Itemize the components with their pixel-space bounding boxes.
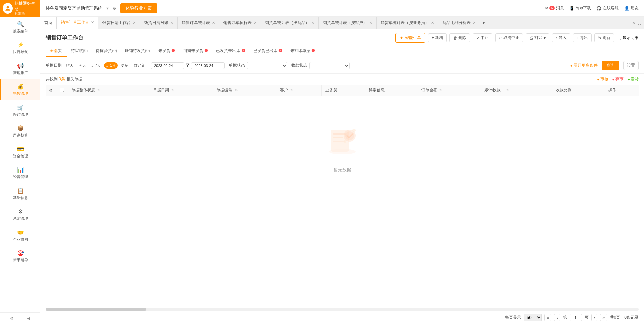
tab-sales-stat[interactable]: 销售订单统计表 ✕ <box>178 17 219 29</box>
gear-settings[interactable]: ⚙ <box>113 6 116 11</box>
ship-action[interactable]: ● 发货 <box>628 76 639 82</box>
print-dropdown[interactable]: ▾ <box>544 36 546 40</box>
import-btn[interactable]: ↑ 导入 <box>552 33 570 42</box>
smart-order-btn[interactable]: ★ 智能生单 <box>395 33 425 43</box>
date-yesterday[interactable]: 昨天 <box>64 62 75 69</box>
date-from-input[interactable] <box>151 62 184 69</box>
current-page-input[interactable] <box>570 314 582 321</box>
sidebar-item-search[interactable]: 🔍 搜索菜单 <box>0 17 40 38</box>
settings-btn[interactable]: 设置 <box>623 61 639 70</box>
online-service-btn[interactable]: 🎧 在线客服 <box>596 5 619 11</box>
abort-btn[interactable]: ⊘ 中止 <box>473 33 492 42</box>
cancel-review-action[interactable]: ● 弃审 <box>612 76 624 82</box>
inventory-icon: 📦 <box>17 125 24 131</box>
tab-close-all[interactable]: ✕ <box>632 21 635 25</box>
filter-tab-overdue-not-shipped[interactable]: 到期未发货 ❶ <box>179 45 212 57</box>
cancel-abort-btn[interactable]: ↩ 取消中止 <box>495 33 523 42</box>
per-page-select[interactable]: 50 10 20 100 <box>524 314 542 321</box>
next-page-btn[interactable]: › <box>591 314 597 321</box>
tab-sales-summary-customer[interactable]: 销货单统计表（按客户） ✕ <box>319 17 377 29</box>
prev-page-btn[interactable]: ‹ <box>554 314 560 321</box>
sidebar-item-enterprise[interactable]: 🤝 企业协同 <box>0 225 40 246</box>
tab-margin-analysis[interactable]: 商品毛利分析表 ✕ <box>438 17 480 29</box>
sort-status[interactable]: ⇅ <box>97 88 100 92</box>
tab-sales-exec[interactable]: 销售订单执行表 ✕ <box>219 17 261 29</box>
collapse-icon[interactable]: ◀ <box>27 316 30 321</box>
payment-select[interactable] <box>309 62 350 69</box>
add-btn[interactable]: + 新增 <box>428 33 447 42</box>
message-btn[interactable]: ✉ 6 消息 <box>545 5 564 11</box>
close-sales-exec[interactable]: ✕ <box>254 21 257 25</box>
sort-number[interactable]: ⇅ <box>235 88 238 92</box>
sidebar-item-basic-info[interactable]: 📋 基础信息 <box>0 184 40 204</box>
filter-tab-pending-review[interactable]: 待审核(0) <box>67 45 92 57</box>
col-checkbox[interactable] <box>56 85 68 96</box>
col-settings[interactable]: ⚙ <box>46 85 56 96</box>
review-action[interactable]: ● 审核 <box>597 76 608 82</box>
first-page-btn[interactable]: « <box>544 314 551 321</box>
date-7days[interactable]: 近7天 <box>89 62 103 69</box>
filter-tab-shipped-not-out[interactable]: 已发货未出库 ❶ <box>212 45 249 57</box>
select-all-checkbox[interactable] <box>60 88 64 92</box>
settings-icon[interactable]: ⚙ <box>10 316 14 321</box>
date-today[interactable]: 今天 <box>77 62 88 69</box>
refresh-btn[interactable]: ↻ 刷新 <box>594 33 614 42</box>
tab-cash-daily[interactable]: 钱货日清工作台 ✕ <box>98 17 140 29</box>
filter-tab-not-shipped[interactable]: 未发货 ❶ <box>154 45 179 57</box>
sidebar-item-guide[interactable]: 🎯 新手引导 <box>0 246 40 267</box>
close-sales-stat[interactable]: ✕ <box>212 21 215 25</box>
close-sales-summary-customer[interactable]: ✕ <box>369 21 372 25</box>
sort-collected[interactable]: ⇅ <box>506 88 509 92</box>
close-sales-workbench[interactable]: ✕ <box>91 20 94 25</box>
expand-conditions-btn[interactable]: ▾ 展开更多条件 <box>570 63 598 68</box>
sidebar-item-sales[interactable]: 💰 销售管理 <box>0 79 40 100</box>
export-btn[interactable]: ↓ 导出 <box>573 33 592 42</box>
sidebar-item-purchase[interactable]: 🛒 采购管理 <box>0 100 40 121</box>
sort-amount[interactable]: ⇅ <box>439 88 442 92</box>
system-dropdown-arrow[interactable]: ▾ <box>106 6 109 11</box>
tab-maximize[interactable]: ⛶ <box>637 21 641 25</box>
tab-sales-summary-staff[interactable]: 销货单统计表（按业务员） ✕ <box>377 17 438 29</box>
sidebar-item-operations[interactable]: 📊 经营管理 <box>0 163 40 184</box>
tab-overflow-btn[interactable]: ▾ <box>480 21 487 25</box>
query-btn[interactable]: 查询 <box>602 61 619 70</box>
date-to-input[interactable] <box>191 62 225 69</box>
sort-date[interactable]: ⇅ <box>171 88 174 92</box>
tab-cash-reconcile[interactable]: 钱货日清对账 ✕ <box>140 17 178 29</box>
close-sales-summary-product[interactable]: ✕ <box>311 21 314 25</box>
last-page-btn[interactable]: » <box>600 314 607 321</box>
filter-tab-wangpu[interactable]: 旺铺待发货(0) <box>121 45 154 57</box>
sidebar-item-inventory[interactable]: 📦 库存核算 <box>0 121 40 142</box>
sort-customer[interactable]: ⇅ <box>290 88 293 92</box>
horizontal-scrollbar[interactable] <box>46 308 639 311</box>
scrollbar-thumb[interactable] <box>46 308 146 311</box>
print-btn[interactable]: 🖨 打印 ▾ <box>526 33 549 42</box>
filter-tab-not-printed[interactable]: 未打印单据 ❶ <box>286 45 319 57</box>
filter-tab-all[interactable]: 全部(0) <box>46 45 67 57</box>
sidebar-item-quick-nav[interactable]: ⚡ 快捷导航 <box>0 38 40 58</box>
show-detail-checkbox[interactable] <box>617 36 621 40</box>
close-cash-reconcile[interactable]: ✕ <box>170 21 173 25</box>
sidebar-item-marketing[interactable]: 📢 营销推广 <box>0 58 40 79</box>
tab-sales-summary-product[interactable]: 销货单统计表（按商品） ✕ <box>261 17 319 29</box>
sidebar-item-finance[interactable]: 💳 资金管理 <box>0 142 40 163</box>
close-cash-daily[interactable]: ✕ <box>133 21 136 25</box>
date-more[interactable]: 更多 <box>119 62 130 69</box>
close-sales-summary-staff[interactable]: ✕ <box>431 21 434 25</box>
delete-btn[interactable]: 🗑 删除 <box>449 33 470 42</box>
topbar: 装备及固定资产辅助管理系统 ▾ ⚙ 体验行业方案 ✉ 6 消息 📱 App下载 … <box>40 0 644 17</box>
close-margin-analysis[interactable]: ✕ <box>473 21 476 25</box>
app-download-btn[interactable]: 📱 App下载 <box>569 5 591 11</box>
show-detail-toggle[interactable]: 显示明细 <box>617 35 639 41</box>
filter-tab-pending-inspect[interactable]: 待拣验货(0) <box>92 45 121 57</box>
tab-sales-workbench[interactable]: 销售订单工作台 ✕ <box>57 17 98 29</box>
status-select[interactable] <box>247 62 287 69</box>
industry-btn[interactable]: 体验行业方案 <box>120 3 157 13</box>
date-1month[interactable]: 近1月 <box>104 62 118 69</box>
sidebar-item-system[interactable]: ⚙ 系统管理 <box>0 204 40 225</box>
filter-tab-shipped-out[interactable]: 已发货已出库 ❶ <box>249 45 286 57</box>
user-btn[interactable]: 👤 用友 <box>624 5 639 11</box>
page-title: 销售订单工作台 <box>46 34 83 41</box>
date-custom[interactable]: 自定义 <box>132 62 147 69</box>
tab-home[interactable]: 首页 <box>40 17 57 29</box>
